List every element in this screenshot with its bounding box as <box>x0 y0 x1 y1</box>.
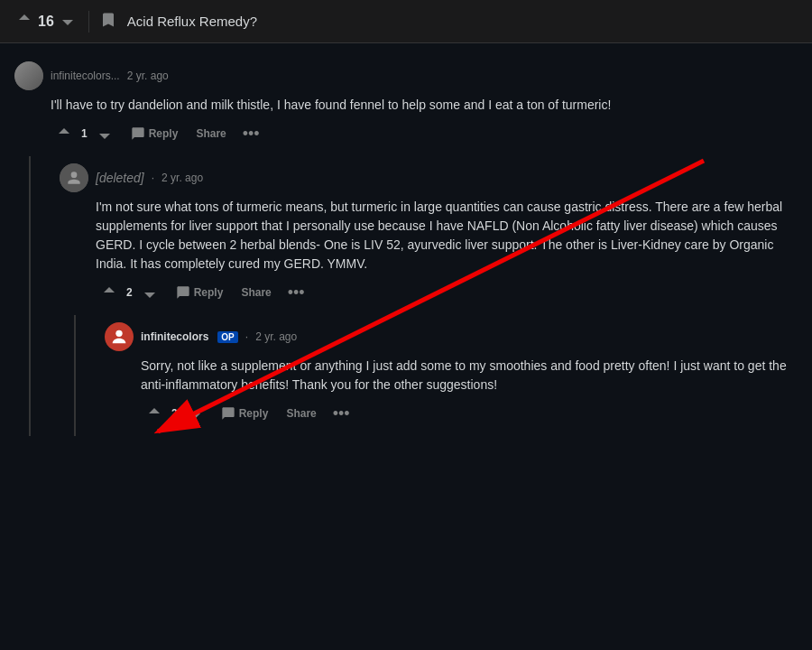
comment-3-upvote[interactable] <box>141 402 168 425</box>
comment-3-wrapper: infinitecolors OP · 2 yr. ago Sorry, not… <box>74 315 812 436</box>
comment-1-actions: 1 Reply Share ••• <box>51 122 798 145</box>
comment-1-reply-button[interactable]: Reply <box>125 123 184 144</box>
comment-3-vote-count: 2 <box>171 407 178 420</box>
avatar-1 <box>14 61 43 90</box>
comment-2-share-button[interactable]: Share <box>235 283 276 302</box>
comment-1-username: infinitecolors... <box>51 70 120 82</box>
comment-3-actions: 2 Reply Share ••• <box>141 402 798 425</box>
comment-3-username: infinitecolors <box>141 330 208 343</box>
comment-1-share-button[interactable]: Share <box>190 124 231 144</box>
comment-3-downvote[interactable] <box>181 402 208 425</box>
downvote-button[interactable] <box>58 10 78 32</box>
comment-1-share-label: Share <box>196 127 226 140</box>
comment-2-actions: 2 Reply Share ••• <box>96 281 798 304</box>
comment-3-header: infinitecolors OP · 2 yr. ago <box>105 322 798 351</box>
comment-1-reply-label: Reply <box>149 127 179 140</box>
comment-1-upvote[interactable] <box>51 122 78 145</box>
comment-1-timestamp: 2 yr. ago <box>127 70 169 82</box>
upvote-button[interactable] <box>14 10 34 32</box>
comment-2-reply-button[interactable]: Reply <box>171 282 229 303</box>
comment-1: infinitecolors... 2 yr. ago I'll have to… <box>0 54 812 156</box>
vote-count: 16 <box>38 14 54 30</box>
comment-2-vote-count: 2 <box>126 286 133 299</box>
comment-2-downvote[interactable] <box>136 281 163 304</box>
comment-2-share-label: Share <box>241 286 271 299</box>
comment-2-username: [deleted] <box>96 171 144 185</box>
bookmark-icon[interactable] <box>100 12 116 31</box>
post-vote-section: 16 <box>14 10 78 32</box>
comment-3-timestamp: 2 yr. ago <box>255 330 297 343</box>
post-title: Acid Reflux Remedy? <box>127 14 257 29</box>
comment-2-timestamp: 2 yr. ago <box>161 172 203 184</box>
comment-1-text: I'll have to try dandelion and milk this… <box>51 96 798 115</box>
comment-3-text: Sorry, not like a supplement or anything… <box>141 357 798 395</box>
comment-3-share-button[interactable]: Share <box>281 404 321 423</box>
comment-3-dot: · <box>245 330 248 343</box>
avatar-2 <box>60 163 88 192</box>
comment-2-wrapper: [deleted] · 2 yr. ago I'm not sure what … <box>29 156 812 436</box>
op-badge: OP <box>217 331 237 343</box>
comment-1-downvote[interactable] <box>91 122 118 145</box>
comment-1-header: infinitecolors... 2 yr. ago <box>14 61 798 90</box>
comment-1-vote-count: 1 <box>81 127 88 140</box>
comment-2: [deleted] · 2 yr. ago I'm not sure what … <box>45 156 812 315</box>
comment-2-upvote[interactable] <box>96 281 123 304</box>
main-content: infinitecolors... 2 yr. ago I'll have to… <box>0 43 812 650</box>
comment-2-reply-label: Reply <box>194 286 224 299</box>
comment-2-more-button[interactable]: ••• <box>284 282 309 304</box>
avatar-3 <box>105 322 134 351</box>
comment-2-text: I'm not sure what tons of turmeric means… <box>96 198 798 274</box>
comment-1-more-button[interactable]: ••• <box>239 123 263 145</box>
comment-2-header: [deleted] · 2 yr. ago <box>60 163 798 192</box>
comment-2-dot: · <box>152 172 154 184</box>
comment-1-votes: 1 <box>51 122 118 145</box>
comment-3: infinitecolors OP · 2 yr. ago Sorry, not… <box>90 315 812 436</box>
comment-3-reply-label: Reply <box>239 407 269 420</box>
comment-3-share-label: Share <box>286 407 316 420</box>
comment-3-votes: 2 <box>141 402 208 425</box>
svg-point-0 <box>115 330 122 337</box>
header-divider <box>88 11 89 32</box>
comment-2-votes: 2 <box>96 281 163 304</box>
post-header: 16 Acid Reflux Remedy? <box>0 0 812 43</box>
comment-3-reply-button[interactable]: Reply <box>216 403 274 424</box>
comment-3-more-button[interactable]: ••• <box>329 403 354 425</box>
